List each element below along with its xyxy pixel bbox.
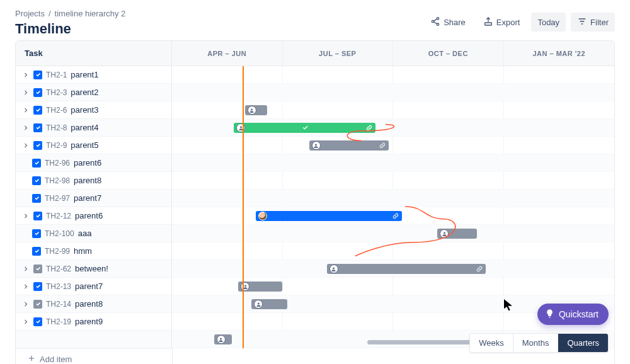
task-label: parent5 — [71, 140, 98, 150]
task-row[interactable] — [16, 331, 171, 348]
avatar-icon — [217, 335, 226, 344]
chevron-right-icon[interactable] — [22, 300, 30, 308]
task-row[interactable]: TH2-98parent8 — [16, 172, 171, 190]
share-button[interactable]: Share — [424, 13, 472, 31]
task-label: parent1 — [71, 70, 98, 79]
today-button[interactable]: Today — [531, 13, 566, 31]
check-icon — [302, 123, 309, 133]
chart-row — [172, 84, 614, 101]
task-row[interactable]: TH2-96parent6 — [16, 154, 171, 172]
gantt-bar[interactable] — [327, 264, 486, 274]
task-key: TH2-3 — [46, 88, 67, 97]
task-checkbox[interactable] — [32, 229, 41, 238]
task-row[interactable]: TH2-6parent3 — [16, 101, 171, 119]
view-weeks-button[interactable]: Weeks — [470, 334, 513, 352]
link-icon[interactable] — [392, 212, 399, 220]
svg-point-7 — [444, 232, 445, 234]
task-checkbox[interactable] — [33, 123, 42, 132]
task-checkbox[interactable] — [33, 141, 42, 150]
task-row[interactable]: TH2-99hmm — [16, 242, 171, 260]
task-row[interactable]: TH2-9parent5 — [16, 137, 171, 154]
task-row[interactable]: TH2-19parent9 — [16, 313, 171, 331]
view-switch: Weeks Months Quarters — [469, 333, 609, 353]
task-key: TH2-97 — [45, 194, 70, 203]
chevron-right-icon[interactable] — [22, 106, 30, 114]
chevron-right-icon[interactable] — [22, 212, 30, 220]
task-checkbox[interactable] — [32, 176, 41, 185]
task-checkbox[interactable] — [33, 300, 42, 309]
timeline-container: Task APR – JUNJUL – SEPOCT – DECJAN – MA… — [15, 40, 615, 364]
view-months-button[interactable]: Months — [513, 334, 559, 352]
link-icon[interactable] — [365, 124, 373, 132]
chevron-right-icon[interactable] — [22, 71, 30, 79]
task-key: TH2-6 — [46, 106, 67, 115]
task-row[interactable]: TH2-1parent1 — [16, 66, 171, 84]
header-toolbar: Share Export Today Filter — [424, 13, 615, 31]
quickstart-button[interactable]: Quickstart — [537, 304, 609, 325]
breadcrumb-root[interactable]: Projects — [15, 9, 45, 18]
task-checkbox[interactable] — [33, 282, 42, 291]
chevron-right-icon[interactable] — [22, 283, 30, 290]
task-checkbox[interactable] — [32, 247, 41, 256]
chart-row — [172, 172, 614, 190]
task-key: TH2-99 — [45, 247, 70, 256]
task-checkbox[interactable] — [33, 212, 42, 220]
svg-point-5 — [240, 126, 242, 128]
quarter-header: APR – JUN — [172, 41, 283, 65]
gantt-bar[interactable] — [234, 123, 375, 133]
task-row[interactable]: TH2-8parent4 — [16, 119, 171, 137]
chevron-right-icon[interactable] — [22, 318, 30, 326]
page-title: Timeline — [15, 21, 125, 37]
task-row[interactable]: TH2-14parent8 — [16, 295, 171, 313]
filter-button[interactable]: Filter — [571, 13, 615, 31]
gantt-bar[interactable] — [214, 334, 232, 344]
task-checkbox[interactable] — [33, 106, 42, 115]
avatar-icon — [254, 300, 263, 309]
svg-point-9 — [244, 285, 246, 287]
export-icon — [483, 16, 493, 28]
task-label: between! — [75, 264, 108, 273]
gantt-bar[interactable] — [309, 140, 389, 151]
task-checkbox[interactable] — [33, 264, 42, 273]
filter-icon — [577, 16, 587, 28]
task-checkbox[interactable] — [32, 159, 41, 168]
task-row[interactable]: TH2-3parent2 — [16, 84, 171, 101]
gantt-bar[interactable] — [251, 299, 287, 309]
gantt-bar[interactable] — [437, 229, 477, 239]
task-label: parent7 — [74, 193, 101, 203]
chevron-right-icon[interactable] — [22, 89, 30, 96]
quarter-header: JAN – MAR '22 — [504, 41, 615, 65]
task-row[interactable]: TH2-13parent7 — [16, 278, 171, 295]
task-checkbox[interactable] — [32, 194, 41, 203]
breadcrumb: Projects / timeline hierarchy 2 — [15, 9, 125, 18]
mouse-cursor — [504, 299, 512, 310]
link-icon[interactable] — [476, 265, 483, 273]
view-quarters-button[interactable]: Quarters — [558, 334, 608, 352]
task-label: parent6 — [74, 158, 101, 168]
breadcrumb-project[interactable]: timeline hierarchy 2 — [55, 9, 126, 18]
gantt-bar[interactable] — [256, 211, 402, 221]
add-item-button[interactable]: Add item — [16, 348, 172, 364]
svg-point-6 — [315, 144, 317, 145]
task-checkbox[interactable] — [33, 71, 42, 79]
task-label: hmm — [74, 246, 92, 256]
gantt-bar[interactable] — [238, 282, 282, 292]
task-row[interactable]: TH2-100aaa — [16, 225, 171, 242]
chart-row — [172, 66, 614, 84]
task-row[interactable]: TH2-62between! — [16, 260, 171, 278]
avatar-icon — [248, 106, 256, 115]
chevron-right-icon[interactable] — [22, 265, 30, 273]
task-checkbox[interactable] — [33, 317, 42, 326]
chevron-right-icon[interactable] — [22, 124, 30, 132]
task-key: TH2-1 — [46, 71, 67, 79]
plus-icon — [27, 354, 36, 364]
gantt-bar[interactable] — [245, 105, 267, 115]
chevron-right-icon[interactable] — [22, 142, 30, 149]
task-label: parent6 — [75, 211, 103, 220]
export-button[interactable]: Export — [477, 13, 527, 31]
task-row[interactable]: TH2-97parent7 — [16, 190, 171, 207]
task-row[interactable]: TH2-12parent6 — [16, 207, 171, 225]
column-header-task: Task — [16, 41, 172, 65]
link-icon[interactable] — [379, 142, 386, 149]
task-checkbox[interactable] — [33, 88, 42, 97]
